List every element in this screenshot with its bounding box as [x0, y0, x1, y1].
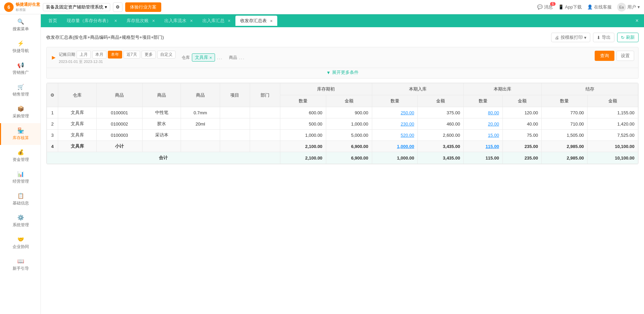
row1-in-amt: 375.00 [418, 107, 464, 118]
trial-button[interactable]: 体验行业方案 [125, 2, 161, 12]
sidebar-item-guide[interactable]: 📖 新手引导 [0, 254, 40, 276]
logo-area: 6 畅捷通好生意 标准版 [4, 2, 40, 12]
tab-flow[interactable]: 出入库流水 × [160, 16, 197, 26]
date-range: 2023-01-01 至 2023-12-31 [59, 59, 176, 64]
marketing-icon: 📢 [17, 62, 24, 68]
total-open-amt: 6,900.00 [326, 152, 372, 164]
date-this-month[interactable]: 本月 [92, 51, 106, 59]
warehouse-more[interactable]: ... [217, 55, 223, 60]
sidebar-item-search[interactable]: 🔍 搜索菜单 [0, 14, 40, 36]
subtotal-no: 4 [47, 141, 58, 152]
goods-more[interactable]: ... [239, 55, 245, 60]
tab-summary-in-out-close[interactable]: × [228, 18, 231, 23]
row2-out-qty[interactable]: 20.00 [464, 118, 503, 130]
sidebar-item-quick-nav[interactable]: ⚡ 快捷导航 [0, 36, 40, 58]
row1-in-qty[interactable]: 250.00 [372, 107, 418, 118]
sidebar-item-purchase[interactable]: 📦 采购管理 [0, 101, 40, 123]
total-in-amt: 3,435.00 [418, 152, 464, 164]
refresh-button[interactable]: ↻ 刷新 [617, 33, 639, 42]
row2-in-amt: 460.00 [418, 118, 464, 130]
settings-icon[interactable]: ⚙ [113, 2, 122, 12]
expand-more-btn[interactable]: ▼ 展开更多条件 [51, 69, 634, 76]
sidebar-item-marketing[interactable]: 📢 营销推广 [0, 58, 40, 80]
tab-stock-dist-close[interactable]: × [114, 18, 117, 23]
row3-warehouse: 文具库 [58, 130, 97, 141]
row1-out-qty[interactable]: 80.00 [464, 107, 503, 118]
date-7days[interactable]: 近7天 [123, 51, 140, 59]
subtotal-out-qty[interactable]: 115.00 [464, 141, 503, 152]
search-icon: 🔍 [17, 18, 24, 25]
row2-goods-code: 0100002 [97, 118, 143, 130]
tab-bar: 首页 现存量（库存分布表） × 库存批次账 × 出入库流水 × 出入库汇总 × … [41, 14, 644, 27]
tab-batch-close[interactable]: × [152, 18, 155, 23]
subtotal-open-qty: 2,100.00 [280, 141, 326, 152]
date-filter-row: 记账日期 上月 本月 本年 近7天 更多 自定义 [59, 51, 176, 59]
row3-in-qty[interactable]: 520.00 [372, 130, 418, 141]
subtotal-row: 4 文具库 小计 2,100.00 6,900.00 1,000.00 3,43… [47, 141, 638, 152]
row2-goods-spec: 20ml [181, 118, 220, 130]
goods-label: 商品 [229, 55, 237, 61]
goods-filter: 商品 ... [229, 55, 245, 61]
date-custom[interactable]: 自定义 [157, 51, 176, 59]
sidebar-item-finance[interactable]: 💰 资金管理 [0, 145, 40, 167]
date-this-year[interactable]: 本年 [108, 51, 122, 59]
tab-flow-close[interactable]: × [190, 18, 193, 23]
sidebar-item-system[interactable]: ⚙️ 系统管理 [0, 210, 40, 232]
app-download-item[interactable]: 📱 App下载 [558, 4, 582, 10]
sidebar-label-sales: 销售管理 [13, 92, 29, 97]
tab-stock-dist[interactable]: 现存量（库存分布表） × [62, 16, 122, 26]
tab-batch[interactable]: 库存批次账 × [122, 16, 160, 26]
th-bal-qty: 数量 [542, 95, 588, 107]
table-row: 2 文具库 0100002 胶水 20ml 500.00 1,000.00 23… [47, 118, 638, 130]
warehouse-tag-close[interactable]: × [210, 55, 212, 60]
sidebar-item-inventory[interactable]: 🏪 库存核算 [0, 123, 40, 145]
row2-project [220, 118, 250, 130]
date-more[interactable]: 更多 [142, 51, 156, 59]
th-out: 本期出库 [464, 83, 542, 95]
row2-no: 2 [47, 118, 58, 130]
sidebar-label-quick-nav: 快捷导航 [13, 48, 29, 54]
tab-home[interactable]: 首页 [44, 16, 62, 26]
expand-more-label: 展开更多条件 [332, 69, 359, 76]
main-layout: 🔍 搜索菜单 ⚡ 快捷导航 📢 营销推广 🛒 销售管理 📦 采购管理 🏪 库存核… [0, 14, 644, 314]
col-settings-icon: ⚙ [50, 93, 54, 98]
set-button[interactable]: 设置 [616, 51, 634, 61]
print-button[interactable]: 🖨 按模板打印 ▾ [551, 33, 590, 42]
export-button[interactable]: ⬇ 导出 [593, 33, 614, 42]
filter-arrow[interactable]: ► [51, 54, 57, 61]
print-icon: 🖨 [555, 35, 559, 40]
tab-bar-close-all[interactable]: × [633, 18, 641, 24]
row3-out-qty[interactable]: 15.00 [464, 130, 503, 141]
sidebar-label-search: 搜索菜单 [13, 26, 29, 32]
row1-no: 1 [47, 107, 58, 118]
tab-recv-send[interactable]: 收发存汇总表 × [235, 16, 278, 26]
query-button[interactable]: 查询 [595, 51, 614, 61]
system-selector[interactable]: 装备及固定资产辅助管理系统 ▾ [43, 3, 110, 11]
row1-bal-qty: 770.00 [542, 107, 588, 118]
filter-expand-bar: ▼ 展开更多条件 [46, 68, 639, 79]
sidebar-item-basic-info[interactable]: 📋 基础信息 [0, 188, 40, 210]
sidebar-item-sales[interactable]: 🛒 销售管理 [0, 80, 40, 101]
subtotal-in-qty[interactable]: 1,000.00 [372, 141, 418, 152]
user-item[interactable]: Ea 用户 ▾ [617, 3, 640, 12]
refresh-label: 刷新 [626, 34, 635, 40]
th-opening: 库存期初 [280, 83, 372, 95]
sidebar-item-enterprise[interactable]: 🤝 企业协同 [0, 232, 40, 254]
th-in-amt: 金额 [418, 95, 464, 107]
date-prev-month[interactable]: 上月 [77, 51, 91, 59]
subtotal-open-amt: 6,900.00 [326, 141, 372, 152]
tab-recv-send-close[interactable]: × [270, 18, 273, 23]
col-settings-header[interactable]: ⚙ [47, 83, 58, 107]
row2-in-qty[interactable]: 230.00 [372, 118, 418, 130]
filter-left: ► 记账日期 上月 本月 本年 近7天 更多 自定义 2023-01-01 至 … [51, 51, 245, 64]
warehouse-tag-text: 文具库 [195, 54, 208, 61]
row3-goods-code: 0100003 [97, 130, 143, 141]
basic-info-icon: 📋 [17, 193, 24, 199]
online-service-item[interactable]: 👤 在线客服 [587, 4, 612, 10]
row3-bal-qty: 1,505.00 [542, 130, 588, 141]
table-row: 1 文具库 0100001 中性笔 0.7mm 600.00 900.00 25… [47, 107, 638, 118]
sidebar-item-operations[interactable]: 📊 经营管理 [0, 167, 40, 188]
sidebar-label-marketing: 营销推广 [13, 70, 29, 76]
tab-summary-in-out[interactable]: 出入库汇总 × [198, 16, 235, 26]
message-item[interactable]: 💬 消息 6 [537, 4, 553, 10]
